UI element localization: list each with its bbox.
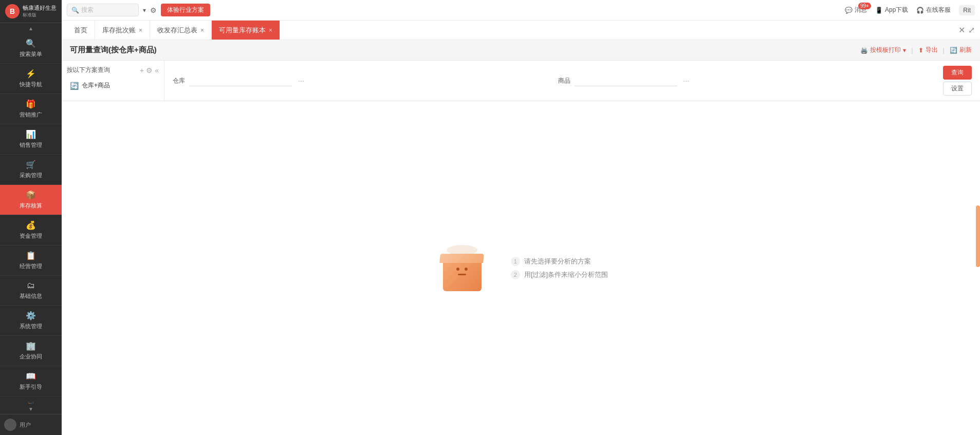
- topbar-search[interactable]: 🔍 搜索: [67, 4, 139, 16]
- page-header: 可用量查询(按仓库+商品) 🖨️ 按模板打印 ▾ | ⬆ 导出 | 🔄 刷新: [62, 40, 980, 61]
- sales-icon: 📊: [26, 129, 36, 139]
- sidebar-item-finance[interactable]: 💰 资金管理: [0, 215, 62, 245]
- phone-icon: 📱: [875, 7, 883, 14]
- main-area: 🔍 搜索 ▾ ⚙ 体验行业方案 💬 消息 99+ 📱 App下载 🎧 在线客服 …: [62, 0, 980, 435]
- msg-icon: 💬: [845, 7, 853, 14]
- filter-left-header: 按以下方案查询 + ⚙ «: [67, 66, 159, 74]
- filter-settings-btn[interactable]: ⚙: [146, 66, 153, 74]
- logo-text: 畅康通好生意: [23, 4, 57, 11]
- hint-text-2: 用[过滤]条件来缩小分析范围: [524, 270, 608, 279]
- warehouse-dots-btn[interactable]: ···: [298, 77, 304, 85]
- app-download-label: App下载: [885, 6, 908, 14]
- inventory-label: 库存核算: [20, 202, 42, 210]
- tab-receive_summary[interactable]: 收发存汇总表×: [150, 21, 212, 40]
- empty-hint: 1 请先选择要分析的方案 2 用[过滤]条件来缩小分析范围: [511, 257, 608, 279]
- sidebar-item-marketing_promo[interactable]: 🎁 营销推广: [0, 94, 62, 124]
- tab-close-available_ledger[interactable]: ×: [269, 27, 272, 34]
- tab-label-available_ledger: 可用量库存账本: [219, 26, 266, 35]
- search-label: 搜索菜单: [20, 50, 42, 58]
- tab-label-home: 首页: [74, 26, 87, 35]
- export-btn[interactable]: ⬆ 导出: [918, 46, 938, 54]
- finance-icon: 💰: [26, 220, 36, 230]
- marketing_promo-icon: 🎁: [26, 99, 36, 109]
- sidebar-item-system[interactable]: ⚙️ 系统管理: [0, 306, 62, 336]
- topbar: 🔍 搜索 ▾ ⚙ 体验行业方案 💬 消息 99+ 📱 App下载 🎧 在线客服 …: [62, 0, 980, 21]
- tab-batch_account[interactable]: 库存批次账×: [95, 21, 150, 40]
- sidebar-item-basic_info[interactable]: 🗂 基础信息: [0, 276, 62, 306]
- sidebar-item-purchase[interactable]: 🛒 采购管理: [0, 155, 62, 185]
- tab-close-receive_summary[interactable]: ×: [200, 27, 204, 34]
- sidebar-item-app_center[interactable]: 📱 应用中心: [0, 396, 62, 404]
- refresh-label: 刷新: [959, 46, 972, 54]
- tab-label-batch_account: 库存批次账: [102, 26, 136, 35]
- warehouse-label: 仓库: [173, 77, 185, 85]
- content-area: 可用量查询(按仓库+商品) 🖨️ 按模板打印 ▾ | ⬆ 导出 | 🔄 刷新: [62, 40, 980, 435]
- filter-item-icon-warehouse_product: 🔄: [70, 82, 79, 90]
- industry-btn[interactable]: 体验行业方案: [161, 4, 210, 16]
- tabs-window-controls: ✕ ⤢: [958, 25, 980, 35]
- window-close-btn[interactable]: ✕: [958, 25, 965, 35]
- sidebar-scroll-down[interactable]: ▼: [0, 404, 62, 414]
- filter-warehouse-field: 仓库 ···: [173, 75, 550, 86]
- refresh-btn[interactable]: 🔄 刷新: [950, 46, 972, 54]
- basic_info-icon: 🗂: [27, 281, 35, 290]
- empty-hint-2: 2 用[过滤]条件来缩小分析范围: [511, 270, 608, 279]
- topbar-online-service[interactable]: 🎧 在线客服: [916, 6, 951, 14]
- search-icon: 🔍: [26, 39, 36, 48]
- filter-actions: + ⚙ «: [140, 66, 159, 74]
- tab-label-receive_summary: 收发存汇总表: [157, 26, 197, 35]
- sidebar-item-inventory[interactable]: 📦 库存核算: [0, 185, 62, 215]
- tab-close-batch_account[interactable]: ×: [139, 27, 142, 34]
- sidebar-scroll-up[interactable]: ▲: [0, 23, 62, 33]
- window-expand-btn[interactable]: ⤢: [968, 25, 975, 35]
- tab-home[interactable]: 首页: [67, 21, 95, 40]
- filter-action-btns: 查询 设置: [943, 66, 972, 96]
- filter-add-btn[interactable]: +: [140, 66, 144, 74]
- topbar-app-download[interactable]: 📱 App下载: [875, 6, 908, 14]
- chevron-down-icon: ▾: [903, 47, 906, 54]
- product-input[interactable]: [575, 75, 677, 86]
- topbar-msg[interactable]: 💬 消息 99+: [845, 6, 867, 14]
- topbar-gear[interactable]: ⚙: [150, 6, 157, 14]
- product-dots-btn[interactable]: ···: [683, 77, 690, 85]
- system-label: 系统管理: [20, 323, 42, 330]
- sidebar-item-sales[interactable]: 📊 销售管理: [0, 124, 62, 155]
- warehouse-input[interactable]: [189, 75, 292, 86]
- right-scrollbar[interactable]: [976, 205, 980, 267]
- shortcut-label: 快捷导航: [20, 81, 42, 88]
- sidebar-item-newbie[interactable]: 📖 新手引导: [0, 366, 62, 396]
- topbar-user[interactable]: Rit: [959, 5, 975, 15]
- hint-text-1: 请先选择要分析的方案: [524, 257, 591, 266]
- newbie-icon: 📖: [26, 371, 36, 381]
- sidebar-item-enterprise[interactable]: 🏢 企业协同: [0, 336, 62, 366]
- filter-item-warehouse_product[interactable]: 🔄 仓库+商品: [67, 79, 159, 92]
- filter-area: 按以下方案查询 + ⚙ « 🔄 仓库+商品 仓库 ···: [62, 61, 980, 101]
- tabs-bar: 首页库存批次账×收发存汇总表×可用量库存账本× ✕ ⤢: [62, 21, 980, 40]
- template-print-btn[interactable]: 🖨️ 按模板打印 ▾: [860, 46, 906, 54]
- filter-left-panel: 按以下方案查询 + ⚙ « 🔄 仓库+商品: [62, 61, 164, 101]
- msg-badge: 99+: [858, 3, 871, 9]
- filter-collapse-btn[interactable]: «: [155, 66, 159, 74]
- sidebar-item-search[interactable]: 🔍 搜索菜单: [0, 33, 62, 64]
- sidebar-items: 🔍 搜索菜单 ⚡ 快捷导航 🎁 营销推广 📊 销售管理 🛒 采购管理 📦 库存核…: [0, 33, 62, 404]
- query-btn[interactable]: 查询: [943, 66, 972, 80]
- topbar-right: 💬 消息 99+ 📱 App下载 🎧 在线客服 Rit: [845, 5, 975, 15]
- filter-header-label: 按以下方案查询: [67, 66, 110, 74]
- template-print-label: 按模板打印: [870, 46, 901, 54]
- print-icon: 🖨️: [860, 47, 868, 54]
- empty-state: 1 请先选择要分析的方案 2 用[过滤]条件来缩小分析范围: [62, 101, 980, 435]
- purchase-icon: 🛒: [26, 160, 36, 169]
- product-label: 商品: [558, 77, 570, 85]
- topbar-dropdown[interactable]: ▾: [143, 7, 146, 14]
- enterprise-label: 企业协同: [20, 353, 42, 361]
- setting-btn[interactable]: 设置: [943, 82, 972, 96]
- sales-label: 销售管理: [20, 141, 42, 149]
- empty-hint-1: 1 请先选择要分析的方案: [511, 257, 608, 266]
- sidebar-item-operations[interactable]: 📋 经营管理: [0, 245, 62, 276]
- sidebar-item-shortcut[interactable]: ⚡ 快捷导航: [0, 64, 62, 94]
- sidebar: B 畅康通好生意 标准版 ▲ 🔍 搜索菜单 ⚡ 快捷导航 🎁 营销推广 📊 销售…: [0, 0, 62, 435]
- inventory-icon: 📦: [26, 190, 36, 200]
- search-icon: 🔍: [71, 7, 79, 14]
- tab-available_ledger[interactable]: 可用量库存账本×: [212, 21, 280, 40]
- export-label: 导出: [926, 46, 938, 54]
